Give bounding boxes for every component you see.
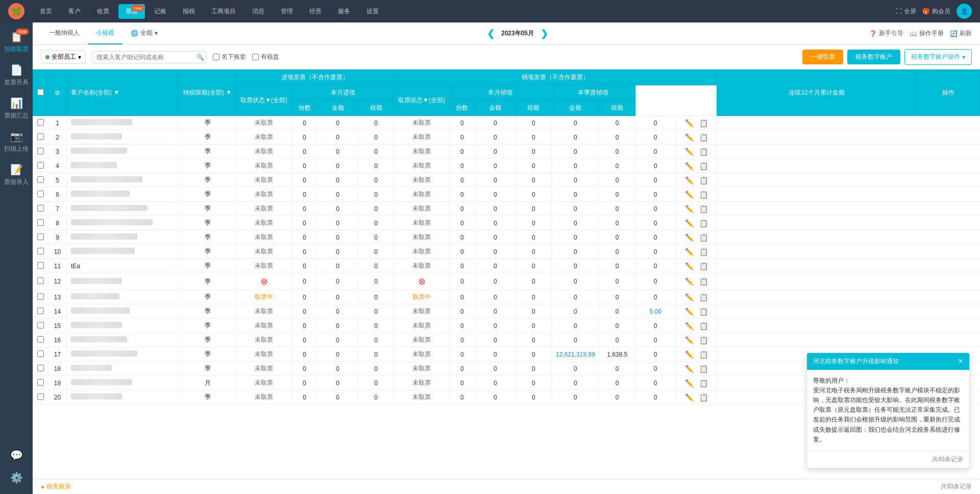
edit-icon[interactable]: ✏️ xyxy=(683,261,696,271)
row-checkbox[interactable] xyxy=(37,119,44,126)
row-checkbox[interactable] xyxy=(37,248,44,254)
copy-icon[interactable]: 📋 xyxy=(697,190,710,200)
row-checkbox-cell[interactable] xyxy=(33,245,48,259)
row-checkbox-cell[interactable] xyxy=(33,159,48,173)
sidebar-item-invoice-entry[interactable]: 📝 票据录入 xyxy=(2,159,31,191)
copy-icon[interactable]: 📋 xyxy=(697,218,710,228)
row-checkbox-cell[interactable] xyxy=(33,216,48,230)
search-input[interactable] xyxy=(92,52,194,63)
row-checkbox-cell[interactable] xyxy=(33,202,48,216)
tab-small-scale[interactable]: 小规模 xyxy=(88,22,122,44)
edit-icon[interactable]: ✏️ xyxy=(683,276,696,287)
row-checkbox[interactable] xyxy=(37,322,44,328)
prev-month-button[interactable]: ❮ xyxy=(485,28,497,40)
sidebar-item-chat[interactable]: 💬 xyxy=(2,445,31,465)
row-checkbox[interactable] xyxy=(37,350,44,357)
row-checkbox-cell[interactable] xyxy=(33,347,48,362)
copy-icon[interactable]: 📋 xyxy=(697,292,710,302)
row-checkbox[interactable] xyxy=(37,176,44,183)
edit-icon[interactable]: ✏️ xyxy=(683,349,696,360)
copy-icon[interactable]: 📋 xyxy=(697,335,710,345)
tax-policy-link[interactable]: ● 税务政策 xyxy=(41,482,71,491)
account-checkbox-label[interactable]: 名下账套 xyxy=(213,53,246,61)
copy-icon[interactable]: 📋 xyxy=(697,132,710,143)
row-checkbox[interactable] xyxy=(37,262,44,269)
fullscreen-button[interactable]: ⛶ 全屏 xyxy=(896,7,916,16)
edit-icon[interactable]: ✏️ xyxy=(683,132,696,143)
nav-business[interactable]: 工商项目 xyxy=(204,4,243,19)
member-button[interactable]: 🎁 购会员 xyxy=(922,7,950,16)
tax-digital-account-button[interactable]: 税务数字账户 xyxy=(847,50,900,64)
row-checkbox-cell[interactable] xyxy=(33,187,48,202)
edit-icon[interactable]: ✏️ xyxy=(683,392,696,403)
tab-all[interactable]: 🌐全能 ▾ xyxy=(122,22,166,44)
one-click-fetch-button[interactable]: 一键取票 xyxy=(802,50,843,64)
edit-icon[interactable]: ✏️ xyxy=(683,175,696,185)
nav-tax[interactable]: 报税 xyxy=(176,4,202,19)
nav-invoice[interactable]: 票据 new xyxy=(118,4,145,19)
row-checkbox[interactable] xyxy=(37,365,44,371)
nav-management[interactable]: 管理 xyxy=(274,4,300,19)
copy-icon[interactable]: 📋 xyxy=(697,349,710,360)
edit-icon[interactable]: ✏️ xyxy=(683,118,696,128)
nav-home[interactable]: 首页 xyxy=(33,4,59,19)
row-checkbox-cell[interactable] xyxy=(33,319,48,333)
row-checkbox[interactable] xyxy=(37,293,44,300)
row-checkbox[interactable] xyxy=(37,162,44,169)
copy-icon[interactable]: 📋 xyxy=(697,378,710,388)
row-checkbox[interactable] xyxy=(37,148,44,154)
sidebar-item-invoice-issue[interactable]: 📄 发票开具 xyxy=(2,60,31,91)
taxdisk-checkbox[interactable] xyxy=(252,54,259,60)
nav-service[interactable]: 服务 xyxy=(331,4,357,19)
sidebar-item-smart-fetch[interactable]: 📋 智能取票 new xyxy=(2,27,31,58)
row-checkbox-cell[interactable] xyxy=(33,362,48,376)
row-checkbox-cell[interactable] xyxy=(33,130,48,145)
row-checkbox[interactable] xyxy=(37,393,44,400)
notification-close-button[interactable]: ✕ xyxy=(958,358,963,365)
nav-messages[interactable]: 消息 xyxy=(245,4,272,19)
edit-icon[interactable]: ✏️ xyxy=(683,378,696,388)
edit-icon[interactable]: ✏️ xyxy=(683,147,696,157)
row-checkbox-cell[interactable] xyxy=(33,304,48,319)
copy-icon[interactable]: 📋 xyxy=(697,147,710,157)
copy-icon[interactable]: 📋 xyxy=(697,321,710,331)
sidebar-item-scan-upload[interactable]: 📷 扫描上传 xyxy=(2,126,31,157)
app-logo[interactable]: 🌿 xyxy=(8,3,24,19)
operation-manual-link[interactable]: 📖 操作手册 xyxy=(910,29,944,38)
copy-icon[interactable]: 📋 xyxy=(697,118,710,128)
row-checkbox-cell[interactable] xyxy=(33,376,48,390)
season-amount[interactable]: 12,621,319.99 xyxy=(556,351,595,358)
next-month-button[interactable]: ❯ xyxy=(538,28,550,40)
copy-icon[interactable]: 📋 xyxy=(697,392,710,403)
account-checkbox[interactable] xyxy=(213,54,219,60)
row-checkbox[interactable] xyxy=(37,233,44,240)
row-checkbox[interactable] xyxy=(37,191,44,197)
row-checkbox[interactable] xyxy=(37,133,44,140)
row-checkbox-cell[interactable] xyxy=(33,333,48,347)
copy-icon[interactable]: 📋 xyxy=(697,204,710,214)
copy-icon[interactable]: 📋 xyxy=(697,247,710,257)
new-guide-link[interactable]: ❓ 新手引导 xyxy=(869,29,903,38)
row-checkbox[interactable] xyxy=(37,308,44,314)
employee-filter[interactable]: 全部员工 ▾ xyxy=(41,50,86,64)
nav-customers[interactable]: 客户 xyxy=(61,4,88,19)
row-checkbox-cell[interactable] xyxy=(33,145,48,159)
select-all-checkbox[interactable] xyxy=(37,89,44,96)
edit-icon[interactable]: ✏️ xyxy=(683,190,696,200)
edit-icon[interactable]: ✏️ xyxy=(683,232,696,243)
copy-icon[interactable]: 📋 xyxy=(697,276,710,287)
row-checkbox-cell[interactable] xyxy=(33,273,48,290)
copy-icon[interactable]: 📋 xyxy=(697,364,710,374)
edit-icon[interactable]: ✏️ xyxy=(683,204,696,214)
row-checkbox-cell[interactable] xyxy=(33,290,48,304)
row-checkbox[interactable] xyxy=(37,205,44,211)
user-avatar[interactable]: 👤 xyxy=(957,4,972,19)
row-checkbox-cell[interactable] xyxy=(33,173,48,187)
row-checkbox-cell[interactable] xyxy=(33,230,48,245)
copy-icon[interactable]: 📋 xyxy=(697,261,710,271)
refresh-button[interactable]: 🔄 刷新 xyxy=(950,29,972,38)
nav-receive[interactable]: 收票 xyxy=(90,4,116,19)
tax-digital-ops-button[interactable]: 税务数字账户操作 ▾ xyxy=(904,49,972,65)
row-checkbox[interactable] xyxy=(37,379,44,386)
nav-operations[interactable]: 经营 xyxy=(302,4,329,19)
